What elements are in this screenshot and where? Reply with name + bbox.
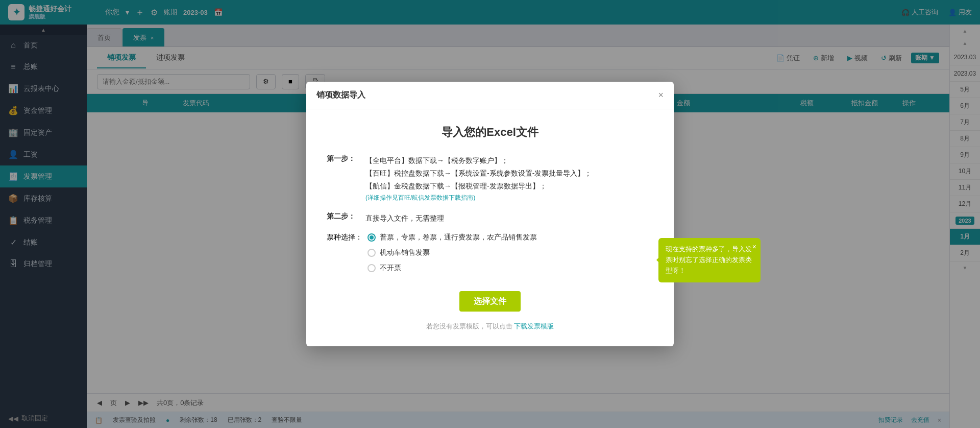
import-modal: 销项数据导入 × 导入您的Excel文件 第一步： 【全电平台】数据下载→【税务… [306,82,674,346]
radio-label: 票种选择： [327,233,362,242]
radio-normal-label: 普票，专票，卷票，通行费发票，农产品销售发票 [380,233,537,242]
step1-label: 第一步： [327,154,357,204]
radio-normal-circle [368,233,376,242]
radio-none-circle [368,264,376,272]
step1-row: 第一步： 【全电平台】数据下载→【税务数字账户】； 【百旺】税控盘数据下载→【系… [327,154,653,204]
step1-line1: 【全电平台】数据下载→【税务数字账户】； [365,154,592,167]
step1-line2: 【百旺】税控盘数据下载→【系统设置-系统参数设置-发票批量导入】； [365,167,592,180]
radio-none-label: 不开票 [380,264,401,273]
step2-label: 第二步： [327,212,357,225]
radio-label-row: 票种选择： 普票，专票，卷票，通行费发票，农产品销售发票 机动车销售发票 [327,233,653,279]
select-file-button[interactable]: 选择文件 [459,291,521,312]
radio-motor-circle [368,249,376,257]
modal-body: 导入您的Excel文件 第一步： 【全电平台】数据下载→【税务数字账户】； 【百… [306,109,674,346]
radio-motor-label: 机动车销售发票 [380,248,430,257]
tooltip-close-button[interactable]: × [752,241,756,252]
modal-main-title: 导入您的Excel文件 [327,125,653,140]
radio-none[interactable]: 不开票 [368,264,537,273]
modal-overlay[interactable]: 销项数据导入 × 导入您的Excel文件 第一步： 【全电平台】数据下载→【税务… [0,0,980,428]
download-template-link[interactable]: 下载发票模版 [514,322,554,330]
modal-footer-note: 若您没有发票模版，可以点击 下载发票模版 [327,322,653,331]
step1-link[interactable]: (详细操作见百旺/航信发票数据下载指南) [365,193,592,204]
radio-options: 普票，专票，卷票，通行费发票，农产品销售发票 机动车销售发票 不开票 [368,233,537,279]
modal-header: 销项数据导入 × [306,82,674,109]
step2-content: 直接导入文件，无需整理 [365,212,444,225]
step1-line3: 【航信】金税盘数据下载→【报税管理-发票数据导出】； [365,180,592,193]
radio-normal[interactable]: 普票，专票，卷票，通行费发票，农产品销售发票 [368,233,537,242]
step2-row: 第二步： 直接导入文件，无需整理 [327,212,653,225]
modal-title: 销项数据导入 [316,90,365,101]
tooltip-bubble: × 现在支持的票种多了，导入发票时别忘了选择正确的发票类型呀！ [658,238,761,282]
tooltip-text: 现在支持的票种多了，导入发票时别忘了选择正确的发票类型呀！ [666,245,752,274]
modal-close-button[interactable]: × [658,90,664,101]
radio-motor[interactable]: 机动车销售发票 [368,248,537,257]
radio-group: 票种选择： 普票，专票，卷票，通行费发票，农产品销售发票 机动车销售发票 [327,233,653,279]
step1-content: 【全电平台】数据下载→【税务数字账户】； 【百旺】税控盘数据下载→【系统设置-系… [365,154,592,204]
